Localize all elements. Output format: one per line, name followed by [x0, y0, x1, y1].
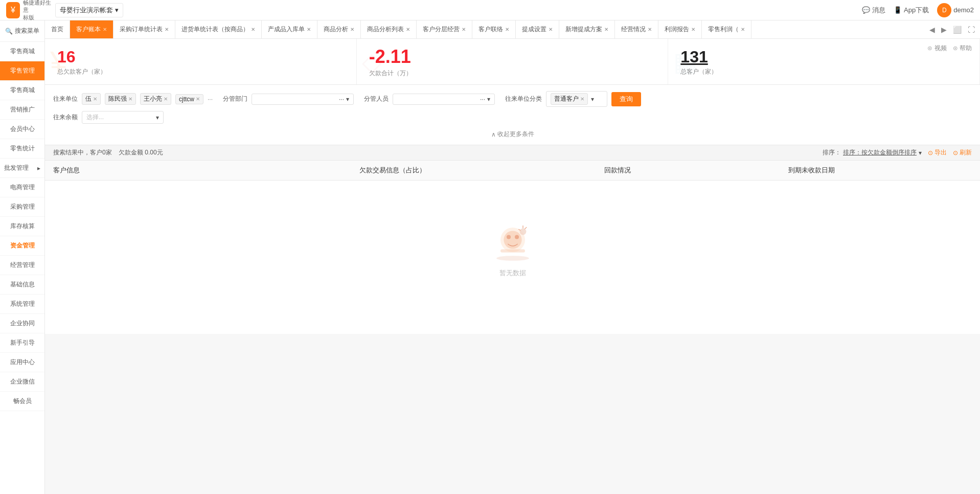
tab-fullscreen-button[interactable]: ⛶: [966, 25, 977, 35]
export-button[interactable]: ⊙ 导出: [928, 148, 947, 157]
sidebar-item-ecommerce[interactable]: 电商管理: [0, 178, 44, 197]
video-action[interactable]: ⊙ 视频: [927, 44, 946, 53]
tab-close-icon[interactable]: ✕: [648, 27, 652, 32]
remove-filter-chenminqiang[interactable]: ✕: [128, 96, 132, 102]
chevron-down-icon: ▾: [919, 149, 922, 156]
sort-selector[interactable]: 排序： 排序：按欠款金额倒序排序 ▾: [823, 148, 922, 157]
sidebar-item-member-center[interactable]: 会员中心: [0, 120, 44, 139]
refresh-icon: ⊙: [953, 149, 958, 156]
logo-icon: ¥: [6, 2, 20, 18]
sidebar-item-finance[interactable]: 资金管理: [0, 236, 44, 256]
sidebar-item-quick-nav[interactable]: 零售商城: [0, 42, 44, 61]
sidebar-item-basic-info[interactable]: 基础信息: [0, 275, 44, 295]
tab-close-icon[interactable]: ✕: [691, 27, 695, 32]
filter-more-tags[interactable]: ···: [208, 96, 213, 103]
page-content: ¥ 16 总欠款客户（家） ◇ -2.11 欠款合计（万） ▦ 131 总客户（…: [45, 39, 980, 494]
sidebar-item-app-center[interactable]: 应用中心: [0, 353, 44, 372]
tab-customer-book[interactable]: 客户账本 ✕: [70, 20, 113, 38]
svg-point-3: [507, 235, 511, 239]
filter-area: 往来单位 伍 ✕ 陈民强 ✕ 王小亮 ✕ cjttcw: [45, 85, 980, 145]
more-icon: ···: [480, 96, 485, 103]
tab-actions: ◀ ▶ ⬜ ⛶: [924, 25, 980, 35]
tab-close-icon[interactable]: ✕: [251, 27, 255, 32]
table-container: 客户信息 欠款交易信息（占比） 回款情况 到期未收款日期: [45, 161, 980, 334]
sidebar-item-sys-mgmt[interactable]: 系统管理: [0, 295, 44, 314]
avatar: D: [937, 3, 951, 17]
remove-filter-wu[interactable]: ✕: [93, 96, 97, 102]
chevron-right-icon: ▸: [37, 165, 40, 172]
tab-customer-tier[interactable]: 客户分层经营 ✕: [417, 20, 472, 38]
tab-production-instock[interactable]: 产成品入库单 ✕: [262, 20, 317, 38]
chevron-down-icon: ▾: [346, 96, 349, 103]
sidebar-item-corp-wechat[interactable]: 企业微信: [0, 372, 44, 392]
unit-class-selector[interactable]: 普通客户 ✕ ▾: [546, 91, 607, 107]
sidebar-item-ops[interactable]: 经营管理: [0, 256, 44, 275]
stat-total-debt-amount: ◇ -2.11 欠款合计（万）: [357, 39, 669, 84]
balance-selector[interactable]: 选择... ▾: [82, 111, 164, 124]
tab-home[interactable]: 首页: [45, 20, 70, 38]
sidebar-item-newbie[interactable]: 新手引导: [0, 333, 44, 353]
svg-point-6: [519, 229, 526, 235]
sidebar-item-retail-mall[interactable]: 零售商城: [0, 81, 44, 100]
tab-purchase-stats-product[interactable]: 进货单统计表（按商品） ✕: [175, 20, 262, 38]
results-right-actions: 排序： 排序：按欠款金额倒序排序 ▾ ⊙ 导出 ⊙ 刷新: [823, 148, 972, 157]
collapse-button[interactable]: ∧ 收起更多条件: [491, 128, 534, 141]
tab-prev-button[interactable]: ◀: [927, 25, 937, 35]
remove-unit-class-tag[interactable]: ✕: [580, 96, 584, 102]
tab-customer-contact[interactable]: 客户联络 ✕: [472, 20, 516, 38]
table-col-customer-info: 客户信息: [53, 166, 359, 175]
sidebar-item-wholesale-mgmt[interactable]: 批发管理 ▸: [0, 159, 44, 178]
empty-state: 暂无数据: [45, 181, 980, 319]
tab-close-icon[interactable]: ✕: [406, 27, 410, 32]
download-icon: 📱: [894, 6, 902, 14]
remove-filter-wangxiaoliang[interactable]: ✕: [164, 96, 168, 102]
results-summary: 搜索结果中，客户0家 欠款金额 0.00元: [53, 148, 163, 157]
person-selector[interactable]: ··· ▾: [393, 94, 495, 105]
tab-close-icon[interactable]: ✕: [307, 27, 311, 32]
dept-selector[interactable]: ··· ▾: [252, 94, 354, 105]
tab-product-analysis-list[interactable]: 商品分析列表 ✕: [361, 20, 417, 38]
remove-filter-cjttcw[interactable]: ✕: [196, 96, 200, 102]
tab-close-icon[interactable]: ✕: [604, 27, 608, 32]
tab-retail-profit[interactable]: 零售利润（ ✕: [702, 20, 751, 38]
tab-ops-situation[interactable]: 经营情况 ✕: [615, 20, 658, 38]
tab-close-icon[interactable]: ✕: [549, 27, 553, 32]
tab-new-push-plan[interactable]: 新增提成方案 ✕: [559, 20, 615, 38]
tab-product-analysis[interactable]: 商品分析 ✕: [317, 20, 361, 38]
user-menu[interactable]: D demo2: [937, 3, 974, 17]
tab-close-icon[interactable]: ✕: [462, 27, 466, 32]
tab-close-icon[interactable]: ✕: [103, 27, 107, 32]
tab-expand-button[interactable]: ⬜: [951, 25, 964, 35]
refresh-button[interactable]: ⊙ 刷新: [953, 148, 972, 157]
tab-next-button[interactable]: ▶: [939, 25, 949, 35]
query-button[interactable]: 查询: [611, 92, 641, 106]
sidebar-item-inventory[interactable]: 库存核算: [0, 217, 44, 236]
filter-tag-chenminqiang: 陈民强 ✕: [105, 93, 136, 105]
search-menu-button[interactable]: 🔍 搜索菜单: [3, 25, 41, 37]
sidebar-item-purchase[interactable]: 采购管理: [0, 197, 44, 217]
more-icon: ···: [339, 96, 344, 103]
tab-purchase-order-stats[interactable]: 采购订单统计表 ✕: [113, 20, 175, 38]
filter-tag-cjttcw: cjttcw ✕: [175, 94, 203, 104]
tab-close-icon[interactable]: ✕: [350, 27, 354, 32]
filter-row-1: 往来单位 伍 ✕ 陈民强 ✕ 王小亮 ✕ cjttcw: [53, 91, 972, 107]
app-download-button[interactable]: 📱 App下载: [894, 6, 929, 15]
tab-profit-report[interactable]: 利润报告 ✕: [658, 20, 702, 38]
org-selector[interactable]: 母婴行业演示帐套 ▾: [55, 3, 123, 17]
sidebar-item-retail-stats[interactable]: 零售统计: [0, 139, 44, 159]
tab-close-icon[interactable]: ✕: [165, 27, 169, 32]
tab-push-settings[interactable]: 提成设置 ✕: [516, 20, 559, 38]
filter-tag-wangxiaoliang: 王小亮 ✕: [140, 93, 171, 105]
tab-close-icon[interactable]: ✕: [741, 27, 745, 32]
tab-close-icon[interactable]: ✕: [505, 27, 509, 32]
sidebar-item-vip-member[interactable]: 畅会员: [0, 392, 44, 411]
sidebar-item-marketing[interactable]: 营销推广: [0, 100, 44, 120]
empty-illustration: [487, 221, 538, 262]
sidebar-item-corp-collab[interactable]: 企业协同: [0, 314, 44, 333]
logo-area: ¥ 畅捷通好生意 标版: [6, 0, 51, 21]
sidebar-item-retail-mgmt[interactable]: 零售管理: [0, 61, 44, 81]
filter-row-2: 往来余额 选择... ▾: [53, 111, 972, 124]
help-action[interactable]: ⊙ 帮助: [953, 44, 972, 53]
chevron-down-icon: ▾: [156, 114, 159, 121]
message-button[interactable]: 💬 消息: [862, 6, 885, 15]
